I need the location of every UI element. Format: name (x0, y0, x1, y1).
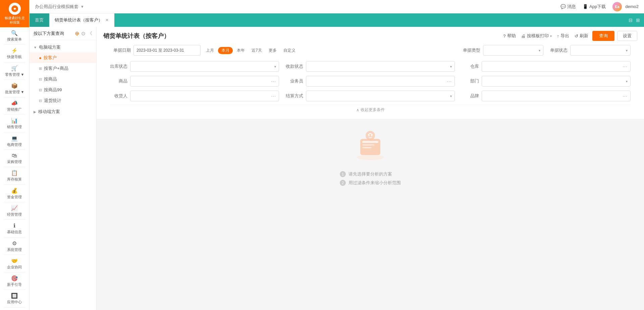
sidebar-nav-label-14: 新手引导 (7, 282, 22, 287)
sidebar-nav-item-9[interactable]: 💰 资金管理 (4, 185, 26, 202)
help-btn[interactable]: ? 帮助 (503, 33, 516, 39)
out-status-label: 出库状态 (110, 63, 130, 69)
sidebar-nav-label-13: 企业协同 (7, 265, 22, 269)
scheme-item-customer-goods[interactable]: ⊞ 按客户+商品 (30, 63, 96, 74)
tab-expand-icon[interactable]: ⊞ (636, 17, 640, 23)
sidebar-nav-item-4[interactable]: 📣 营销推广 (4, 97, 26, 115)
sidebar-nav-item-6[interactable]: 💻 电商管理 (4, 133, 26, 150)
tree-group-mobile: ▶ 移动端方案 (30, 107, 96, 117)
scheme-item-goods99[interactable]: ⊟ 按商品99 (30, 85, 96, 95)
goods99-icon: ⊟ (39, 88, 42, 92)
tree-group-desktop: ▼ 电脑端方案 ● 按客户 ⊞ 按客户+商品 ⊟ 按商品 (30, 42, 96, 106)
sidebar-nav-label-11: 基础信息 (7, 229, 22, 234)
sidebar-nav-item-12[interactable]: ⚙ 系统管理 (4, 238, 26, 255)
tab-close-icon[interactable]: ✕ (105, 18, 109, 22)
sidebar-nav-label-2: 零售管理 ▼ (5, 72, 24, 77)
department-filter: 部门 ▾ (462, 76, 631, 87)
sidebar-nav-item-10[interactable]: 📈 经营管理 (4, 202, 26, 220)
out-status-filter: 出库状态 ▾ (110, 61, 279, 72)
sidebar-nav-item-11[interactable]: ℹ 基础信息 (4, 220, 26, 237)
logo-icon (9, 3, 21, 15)
scheme-item-customer[interactable]: ● 按客户 (30, 52, 96, 63)
shortcut-custom[interactable]: 自定义 (281, 47, 298, 54)
sidebar-nav-item-14[interactable]: 🎯 新手引导 (4, 272, 26, 290)
scheme-item-goods[interactable]: ⊟ 按商品 (30, 74, 96, 85)
shortcut-prev-month[interactable]: 上月 (203, 47, 217, 54)
order-type-label: 单据类型 (463, 47, 480, 53)
sidebar-nav-item-0[interactable]: 🔍 搜索菜单 (4, 27, 26, 45)
date-range-display[interactable]: 2023-03-01 至 2023-03-31 (133, 45, 201, 56)
settlement-select[interactable]: ▾ (306, 91, 455, 101)
export-btn[interactable]: ↑ 导出 (557, 33, 570, 39)
department-label: 部门 (462, 78, 482, 84)
refresh-btn[interactable]: ↺ 刷新 (575, 33, 588, 39)
sidebar-nav-item-8[interactable]: 📋 库存核算 (4, 167, 26, 185)
collapse-scheme-icon[interactable]: 《 (88, 31, 92, 37)
date-shortcuts: 上月 本月 本年 近7天 更多 自定义 (203, 47, 298, 54)
header-left: 办公用品行业模拟账套 ▾ (35, 4, 84, 10)
sidebar-nav-item-2[interactable]: 🛒 零售管理 ▼ (4, 62, 26, 80)
sidebar-nav-item-7[interactable]: 🛍 采购管理 (4, 150, 26, 167)
sidebar-nav-icon-1: ⚡ (11, 47, 18, 54)
print-btn[interactable]: 🖨 按模板打印 ▾ (521, 33, 552, 39)
goods-label: 商品 (110, 78, 130, 84)
shortcut-more[interactable]: 更多 (266, 47, 279, 54)
sidebar-nav-item-15[interactable]: 🔲 应用中心 (4, 290, 26, 307)
refresh-icon: ↺ (575, 34, 578, 39)
svg-rect-4 (362, 144, 374, 146)
receipt-status-select[interactable]: ▾ (306, 61, 455, 72)
sidebar-nav-item-1[interactable]: ⚡ 快捷导航 (4, 45, 26, 62)
tab-minimize-icon[interactable]: ⊟ (629, 17, 633, 23)
help-icon: ? (503, 34, 505, 39)
sidebar-nav-item-3[interactable]: 📦 批发管理 ▼ (4, 80, 26, 97)
warehouse-select[interactable]: ··· (482, 61, 631, 72)
warehouse-filter: 仓库 ··· (462, 61, 631, 72)
tree-arrow-mobile: ▶ (34, 110, 36, 114)
department-select[interactable]: ▾ (482, 76, 631, 87)
empty-hint-2: 2 用过滤条件来缩小分析范围 (340, 180, 401, 186)
scrollable-content: 1 请先选择要分析的方案 2 用过滤条件来缩小分析范围 (97, 119, 644, 310)
report-actions: ? 帮助 🖨 按模板打印 ▾ ↑ 导出 (503, 31, 637, 41)
sidebar-nav-icon-3: 📦 (11, 83, 18, 89)
svg-rect-3 (362, 141, 378, 143)
query-button[interactable]: 查询 (592, 31, 614, 41)
app-download-btn[interactable]: 📱 App下载 (583, 4, 606, 10)
settings-button[interactable]: 设置 (617, 31, 637, 41)
sidebar-nav-item-5[interactable]: 📊 销售管理 (4, 115, 26, 132)
shortcut-7days[interactable]: 近7天 (249, 47, 265, 54)
salesperson-filter: 业务员 ··· (286, 76, 455, 87)
header-right: 💬 消息 📱 App下载 Ea demo2 (560, 2, 639, 11)
shortcut-this-month[interactable]: 本月 (218, 47, 233, 54)
dropdown-arrow[interactable]: ▾ (81, 4, 84, 9)
user-info[interactable]: Ea demo2 (612, 2, 639, 11)
order-type-filter: 单据类型 ▾ (463, 45, 543, 56)
brand-select[interactable]: ··· (482, 91, 631, 101)
sidebar-nav-icon-2: 🛒 (11, 65, 18, 71)
filter-row-3: 商品 ··· 业务员 ··· 部门 (110, 74, 631, 89)
tree-group-mobile-header[interactable]: ▶ 移动端方案 (30, 107, 96, 117)
returns-icon: ⊟ (39, 99, 42, 103)
sidebar-nav-icon-0: 🔍 (11, 30, 18, 36)
tab-home[interactable]: 首页 (30, 13, 49, 27)
empty-state: 1 请先选择要分析的方案 2 用过滤条件来缩小分析范围 (97, 119, 644, 193)
avatar: Ea (612, 2, 622, 11)
recipient-select[interactable]: ··· (130, 91, 279, 101)
order-type-select[interactable]: ▾ (483, 45, 543, 56)
order-status-select[interactable]: ▾ (570, 45, 631, 56)
scheme-item-returns[interactable]: ⊟ 退货统计 (30, 95, 96, 106)
sidebar-nav-item-16[interactable]: 💬 企业微信 (4, 308, 26, 310)
sidebar-nav-label-4: 营销推广 (7, 107, 22, 112)
date-range-text: 2023-03-01 至 2023-03-31 (137, 48, 184, 53)
settings-scheme-icon[interactable]: ⊙ (81, 31, 86, 37)
sidebar-nav-item-13[interactable]: 🤝 企业协同 (4, 255, 26, 272)
out-status-select[interactable]: ▾ (130, 61, 279, 72)
tab-report[interactable]: 销货单统计表（按客户） ✕ (49, 13, 114, 27)
sidebar-nav-label-7: 采购管理 (7, 159, 22, 164)
goods-select[interactable]: ··· (130, 76, 279, 87)
salesperson-select[interactable]: ··· (306, 76, 455, 87)
tree-group-desktop-header[interactable]: ▼ 电脑端方案 (30, 42, 96, 52)
shortcut-this-year[interactable]: 本年 (234, 47, 248, 54)
collapse-bar[interactable]: ∧ 收起更多条件 (110, 105, 631, 115)
add-scheme-icon[interactable]: ⊕ (75, 30, 79, 37)
message-btn[interactable]: 💬 消息 (560, 4, 576, 10)
